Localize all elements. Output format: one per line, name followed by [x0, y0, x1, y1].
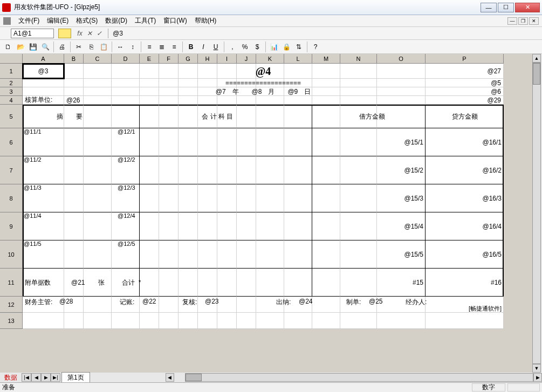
cell-K7[interactable]	[256, 156, 284, 184]
menu-help[interactable]: 帮助(H)	[191, 15, 220, 26]
cell-A6[interactable]	[23, 128, 64, 156]
menu-format[interactable]: 格式(S)	[73, 15, 101, 26]
cell-G1[interactable]	[179, 64, 198, 79]
cell-D13[interactable]	[112, 313, 140, 329]
cell-A1[interactable]: @3	[23, 64, 64, 79]
cell-I4[interactable]	[217, 96, 237, 105]
cell-D2[interactable]	[112, 79, 140, 87]
cell-D12[interactable]	[112, 297, 140, 313]
cell-C7[interactable]	[84, 156, 112, 184]
menu-edit[interactable]: 编辑(E)	[44, 15, 72, 26]
cell-K10[interactable]	[256, 240, 284, 269]
cell-A11[interactable]	[23, 269, 64, 297]
cell-A7[interactable]	[23, 156, 64, 184]
cell-J6[interactable]	[237, 128, 256, 156]
cell-A2[interactable]	[23, 79, 64, 87]
cell-F1[interactable]	[159, 64, 179, 79]
cell-P1[interactable]: @27	[426, 64, 504, 79]
cell-H5[interactable]	[198, 105, 217, 128]
row-header-5[interactable]: 5	[0, 105, 23, 128]
cell-M9[interactable]	[312, 212, 340, 240]
cell-D10[interactable]	[112, 240, 140, 269]
cell-O13[interactable]	[377, 313, 426, 329]
cell-E6[interactable]	[140, 128, 159, 156]
currency-icon[interactable]: $	[251, 41, 263, 53]
cell-H8[interactable]	[198, 184, 217, 212]
cell-C4[interactable]	[84, 96, 112, 105]
cell-K1[interactable]	[256, 64, 284, 79]
cell-B2[interactable]	[64, 79, 84, 87]
cell-F7[interactable]	[159, 156, 179, 184]
bold-icon[interactable]: B	[185, 41, 197, 53]
cell-O10[interactable]	[377, 240, 426, 269]
cell-K13[interactable]	[256, 313, 284, 329]
scroll-right-icon[interactable]: ▶	[533, 373, 542, 382]
confirm-icon[interactable]: ✓	[95, 29, 104, 38]
row-header-2[interactable]: 2	[0, 79, 23, 87]
hscroll-thumb[interactable]	[186, 374, 202, 381]
cell-D9[interactable]	[112, 212, 140, 240]
cell-P6[interactable]	[426, 128, 504, 156]
cell-B1[interactable]	[64, 64, 84, 79]
cell-M13[interactable]	[312, 313, 340, 329]
cell-H1[interactable]	[198, 64, 217, 79]
col-header-J[interactable]: J	[237, 54, 256, 64]
cell-D1[interactable]	[112, 64, 140, 79]
help-icon[interactable]: ?	[310, 41, 321, 53]
col-header-I[interactable]: I	[217, 54, 237, 64]
minimize-button[interactable]	[481, 3, 497, 12]
cell-L8[interactable]	[284, 184, 312, 212]
tab-next-icon[interactable]: ▶	[41, 373, 51, 382]
cell-L3[interactable]	[284, 87, 312, 96]
cell-O2[interactable]	[377, 79, 426, 87]
align-center-icon[interactable]: ≣	[156, 41, 168, 53]
cell-E5[interactable]	[140, 105, 159, 128]
cell-reference-box[interactable]: A1@1	[11, 29, 54, 38]
cell-O3[interactable]	[377, 87, 426, 96]
cell-L11[interactable]	[284, 269, 312, 297]
cell-E3[interactable]	[140, 87, 159, 96]
menu-window[interactable]: 窗口(W)	[160, 15, 190, 26]
cell-E13[interactable]	[140, 313, 159, 329]
cell-H9[interactable]	[198, 212, 217, 240]
cell-J13[interactable]	[237, 313, 256, 329]
cell-A10[interactable]	[23, 240, 64, 269]
cell-O11[interactable]	[377, 269, 426, 297]
cell-I12[interactable]	[217, 297, 237, 313]
cell-F6[interactable]	[159, 128, 179, 156]
cell-P9[interactable]	[426, 212, 504, 240]
cell-J1[interactable]	[237, 64, 256, 79]
cell-M1[interactable]	[312, 64, 340, 79]
maximize-button[interactable]	[498, 3, 514, 12]
cell-H7[interactable]	[198, 156, 217, 184]
cell-P4[interactable]: @29	[426, 96, 504, 105]
cell-L13[interactable]	[284, 313, 312, 329]
cell-E11[interactable]	[140, 269, 159, 297]
cell-F4[interactable]	[159, 96, 179, 105]
cell-M2[interactable]	[312, 79, 340, 87]
cell-L6[interactable]	[284, 128, 312, 156]
col-header-M[interactable]: M	[312, 54, 340, 64]
cell-K5[interactable]	[256, 105, 284, 128]
select-all-corner[interactable]	[0, 54, 23, 64]
cell-K6[interactable]	[256, 128, 284, 156]
cell-J4[interactable]	[237, 96, 256, 105]
cell-C5[interactable]	[84, 105, 112, 128]
cell-P7[interactable]	[426, 156, 504, 184]
cell-J2[interactable]	[237, 79, 256, 87]
col-header-K[interactable]: K	[256, 54, 284, 64]
cell-B9[interactable]	[64, 212, 84, 240]
cell-D3[interactable]	[112, 87, 140, 96]
cell-P13[interactable]	[426, 313, 504, 329]
cell-F12[interactable]	[159, 297, 179, 313]
cell-J5[interactable]	[237, 105, 256, 128]
cell-K3[interactable]	[256, 87, 284, 96]
cell-A9[interactable]	[23, 212, 64, 240]
cell-O7[interactable]	[377, 156, 426, 184]
mdi-restore-button[interactable]: ❐	[518, 17, 528, 25]
cell-H13[interactable]	[198, 313, 217, 329]
cell-F8[interactable]	[159, 184, 179, 212]
col-header-L[interactable]: L	[284, 54, 312, 64]
row-height-icon[interactable]: ↕	[127, 41, 139, 53]
cell-B3[interactable]	[64, 87, 84, 96]
